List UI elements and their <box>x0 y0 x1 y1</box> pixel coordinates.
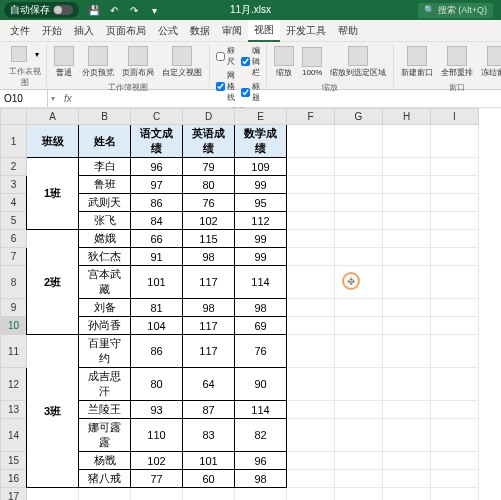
score-cell[interactable]: 110 <box>131 419 183 452</box>
cell[interactable] <box>79 488 131 501</box>
cell[interactable] <box>431 194 479 212</box>
cell[interactable] <box>431 488 479 501</box>
score-cell[interactable]: 96 <box>235 452 287 470</box>
name-cell[interactable]: 百里守约 <box>79 335 131 368</box>
score-cell[interactable]: 96 <box>131 158 183 176</box>
class-cell[interactable]: 1班 <box>27 158 79 230</box>
cell[interactable] <box>383 266 431 299</box>
cell[interactable] <box>335 419 383 452</box>
cell[interactable] <box>335 401 383 419</box>
score-cell[interactable]: 109 <box>235 158 287 176</box>
score-cell[interactable]: 98 <box>235 299 287 317</box>
cell[interactable] <box>335 317 383 335</box>
score-cell[interactable]: 86 <box>131 194 183 212</box>
namebox-dropdown-icon[interactable]: ▾ <box>48 94 58 103</box>
cell[interactable] <box>431 470 479 488</box>
gridlines-checkbox[interactable]: 网格线 <box>214 69 237 104</box>
row-header-9[interactable]: 9 <box>1 299 27 317</box>
col-header-I[interactable]: I <box>431 109 479 125</box>
score-cell[interactable]: 117 <box>183 266 235 299</box>
menu-formulas[interactable]: 公式 <box>152 21 184 41</box>
score-cell[interactable]: 86 <box>131 335 183 368</box>
cell[interactable] <box>383 335 431 368</box>
score-cell[interactable]: 112 <box>235 212 287 230</box>
cell[interactable] <box>287 335 335 368</box>
row-header-8[interactable]: 8 <box>1 266 27 299</box>
cell[interactable] <box>383 488 431 501</box>
cell[interactable] <box>131 488 183 501</box>
cell[interactable] <box>431 368 479 401</box>
headings-checkbox[interactable]: 标题 <box>239 80 262 104</box>
row-header-6[interactable]: 6 <box>1 230 27 248</box>
row-header-12[interactable]: 12 <box>1 368 27 401</box>
cell[interactable] <box>431 299 479 317</box>
score-cell[interactable]: 101 <box>183 452 235 470</box>
cell[interactable] <box>235 488 287 501</box>
col-header-H[interactable]: H <box>383 109 431 125</box>
cell[interactable] <box>335 488 383 501</box>
row-header-4[interactable]: 4 <box>1 194 27 212</box>
score-cell[interactable]: 99 <box>235 248 287 266</box>
score-cell[interactable]: 76 <box>183 194 235 212</box>
row-header-10[interactable]: 10 <box>1 317 27 335</box>
menu-developer[interactable]: 开发工具 <box>280 21 332 41</box>
redo-icon[interactable]: ↷ <box>127 3 141 17</box>
score-cell[interactable]: 60 <box>183 470 235 488</box>
cell[interactable] <box>431 266 479 299</box>
score-cell[interactable]: 114 <box>235 266 287 299</box>
cell[interactable] <box>335 230 383 248</box>
name-cell[interactable]: 兰陵王 <box>79 401 131 419</box>
cell[interactable] <box>335 194 383 212</box>
search-box[interactable]: 🔍 搜索 (Alt+Q) <box>418 3 493 18</box>
row-header-15[interactable]: 15 <box>1 452 27 470</box>
menu-data[interactable]: 数据 <box>184 21 216 41</box>
cell[interactable] <box>431 125 479 158</box>
cell[interactable] <box>335 158 383 176</box>
score-cell[interactable]: 80 <box>183 176 235 194</box>
score-cell[interactable]: 77 <box>131 470 183 488</box>
autosave-toggle[interactable]: 自动保存 <box>4 2 79 18</box>
spreadsheet-grid[interactable]: ABCDEFGHI1班级姓名语文成绩英语成绩数学成绩21班李白96791093鲁… <box>0 108 501 500</box>
cell[interactable] <box>335 299 383 317</box>
name-cell[interactable]: 娜可露露 <box>79 419 131 452</box>
cell[interactable] <box>431 335 479 368</box>
cell[interactable] <box>383 419 431 452</box>
row-header-16[interactable]: 16 <box>1 470 27 488</box>
score-cell[interactable]: 99 <box>235 230 287 248</box>
cell[interactable] <box>287 452 335 470</box>
col-header-E[interactable]: E <box>235 109 287 125</box>
cell[interactable] <box>383 248 431 266</box>
cell[interactable] <box>431 158 479 176</box>
score-cell[interactable]: 69 <box>235 317 287 335</box>
cell[interactable] <box>383 125 431 158</box>
col-header-G[interactable]: G <box>335 109 383 125</box>
score-cell[interactable]: 104 <box>131 317 183 335</box>
score-cell[interactable]: 66 <box>131 230 183 248</box>
cell[interactable] <box>383 299 431 317</box>
cell[interactable] <box>431 401 479 419</box>
score-cell[interactable]: 98 <box>235 470 287 488</box>
name-box[interactable]: O10 <box>0 90 48 107</box>
score-cell[interactable]: 83 <box>183 419 235 452</box>
score-cell[interactable]: 80 <box>131 368 183 401</box>
score-cell[interactable]: 98 <box>183 248 235 266</box>
normal-button[interactable]: 普通 <box>51 44 77 80</box>
cell[interactable] <box>287 158 335 176</box>
page-layout-button[interactable]: 页面布局 <box>119 44 157 80</box>
row-header-13[interactable]: 13 <box>1 401 27 419</box>
score-cell[interactable]: 87 <box>183 401 235 419</box>
score-cell[interactable]: 95 <box>235 194 287 212</box>
dropdown-button[interactable]: ▾ <box>32 48 42 61</box>
cell[interactable] <box>431 176 479 194</box>
class-cell[interactable]: 2班 <box>27 230 79 335</box>
fx-icon[interactable]: fx <box>58 93 78 104</box>
custom-view-button[interactable]: 自定义视图 <box>159 44 205 80</box>
cell[interactable] <box>27 488 79 501</box>
menu-view[interactable]: 视图 <box>248 20 280 42</box>
row-header-11[interactable]: 11 <box>1 335 27 368</box>
score-cell[interactable]: 114 <box>235 401 287 419</box>
cell[interactable] <box>431 419 479 452</box>
menu-review[interactable]: 审阅 <box>216 21 248 41</box>
cell[interactable] <box>287 488 335 501</box>
cell[interactable] <box>383 176 431 194</box>
